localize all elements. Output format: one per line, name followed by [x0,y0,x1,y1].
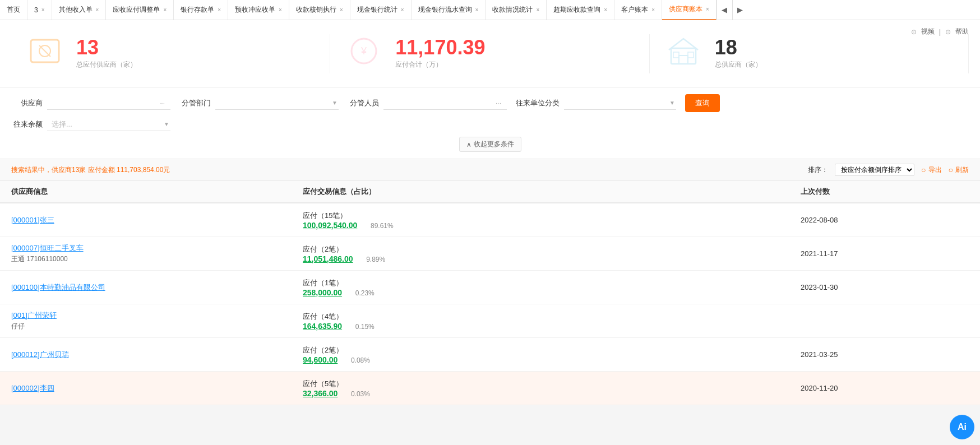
dept-filter-input[interactable] [215,96,327,109]
close-tab-overdue-query-icon[interactable]: × [604,7,607,13]
transaction-cell: 应付（2笔） 11,051,486.00 9.89% [303,244,801,263]
svg-rect-8 [688,52,694,58]
help-link[interactable]: 帮助 [955,27,969,36]
payable-percent: 0.08% [351,356,370,364]
person-ellipsis-icon[interactable]: ··· [496,99,501,107]
supplier-link[interactable]: [000007]恒旺二手叉车 [11,243,303,253]
nav-tab-other-income[interactable]: 其他收入单 × [52,0,107,20]
export-button[interactable]: ○ 导出 [921,165,941,175]
category-dropdown-icon[interactable]: ▼ [669,100,675,106]
nav-tab-advance-receive[interactable]: 预收冲应收单 × [228,0,289,20]
sort-label: 排序： [808,165,828,175]
nav-tab-cash-bank-stat-label: 现金银行统计 [357,5,397,15]
close-tab-customer-book-icon[interactable]: × [651,7,655,13]
dept-dropdown-icon[interactable]: ▼ [332,100,338,106]
collapse-label: 收起更多条件 [474,140,514,149]
close-tab-bank-deposit-icon[interactable]: × [218,7,221,13]
transaction-cell: 应付（15笔） 100,092,540.00 89.61% [303,211,801,230]
nav-tab-adjustment[interactable]: 应收应付调整单 × [106,0,174,20]
close-tab-other-income-icon[interactable]: × [96,7,99,13]
supplier-filter-label: 供应商 [11,98,43,108]
balance-filter-input[interactable] [47,118,159,131]
refresh-label: 刷新 [955,165,969,175]
payable-amount[interactable]: 258,000.00 [303,288,342,297]
close-tab-supplier-book-icon[interactable]: × [706,6,709,12]
payable-amount[interactable]: 164,635.90 [303,322,342,331]
payable-percent: 89.61% [371,222,394,230]
nav-tab-home-label: 首页 [7,5,20,15]
supplier-link[interactable]: [000002]李四 [11,383,303,393]
nav-tab-supplier-book[interactable]: 供应商账本 × [662,0,716,20]
total-supplier-count: 18 [715,38,762,58]
close-tab-adjustment-icon[interactable]: × [163,7,167,13]
circle-icon: ⊙ [911,28,917,36]
payable-amount[interactable]: 94,600.00 [303,355,338,364]
supplier-link[interactable]: [000001]张三 [11,215,303,225]
nav-arrow-right[interactable]: ▶ [732,0,748,20]
query-button[interactable]: 查询 [685,94,720,112]
card-amount-info: 11,170.39 应付合计（万） [395,38,485,69]
supplier-sub: 王通 17106110000 [11,254,303,264]
table-header: 供应商信息 应付交易信息（占比） 上次付数 [0,181,980,203]
close-tab-advance-receive-icon[interactable]: × [279,7,282,13]
filter-row-2: 往来余额 ▼ [11,118,969,131]
nav-tab-cash-bank-query[interactable]: 现金银行流水查询 × [412,0,486,20]
card-total-info: 18 总供应商（家） [715,38,762,69]
close-tab-3-icon[interactable]: × [41,7,45,13]
nav-tab-overdue-query[interactable]: 超期应收款查询 × [547,0,614,20]
person-filter-input[interactable] [383,96,496,109]
supplier-payable-icon [28,34,67,73]
collapse-button[interactable]: ∧ 收起更多条件 [459,137,521,152]
nav-tab-customer-book[interactable]: 客户账本 × [614,0,662,20]
close-tab-cash-bank-stat-icon[interactable]: × [401,7,404,13]
supplier-ellipsis-icon[interactable]: ··· [159,99,165,107]
payable-count: 应付（5笔） [303,379,801,389]
nav-tab-home[interactable]: 首页 [0,0,27,20]
payable-amount[interactable]: 32,366.00 [303,389,338,398]
payable-amount[interactable]: 11,051,486.00 [303,254,353,263]
filter-section: 供应商 ··· 分管部门 ▼ 分管人员 ··· 往来单位分类 [0,87,980,159]
last-pay-date: 2021-03-25 [801,350,969,359]
nav-tab-bank-deposit[interactable]: 银行存款单 × [174,0,228,20]
supplier-filter-input[interactable] [47,96,159,109]
supplier-link[interactable]: [001]广州荣轩 [11,310,303,321]
header-transaction: 应付交易信息（占比） [303,187,801,197]
nav-tab-receive-stat[interactable]: 收款情况统计 × [486,0,547,20]
supplier-link[interactable]: [000012]广州贝瑞 [11,350,303,360]
header-last-pay: 上次付数 [801,187,969,197]
category-filter-input[interactable] [564,96,665,109]
collapse-area: ∧ 收起更多条件 [11,137,969,152]
table-row: [000012]广州贝瑞 应付（2笔） 94,600.00 0.08% 2021… [0,338,980,372]
refresh-button[interactable]: ○ 刷新 [949,165,969,175]
nav-tab-3[interactable]: 3 × [27,0,52,20]
nav-tab-overdue-query-label: 超期应收款查询 [553,5,600,15]
export-icon: ○ [921,165,926,174]
store-icon [667,34,706,73]
close-tab-payment-verify-icon[interactable]: × [340,7,343,13]
last-pay-date: 2021-11-17 [801,249,969,258]
filter-item-person: 分管人员 ··· [348,96,507,110]
person-filter-label: 分管人员 [348,98,379,108]
supplier-payable-label: 总应付供应商（家） [76,60,137,69]
last-pay-date: 2020-11-20 [801,384,969,392]
payable-amount[interactable]: 100,092,540.00 [303,221,357,230]
transaction-cell: 应付（1笔） 258,000.00 0.23% [303,278,801,297]
balance-filter-label: 往来余额 [11,119,43,129]
nav-tab-cash-bank-stat[interactable]: 现金银行统计 × [350,0,412,20]
transaction-cell: 应付（5笔） 32,366.00 0.03% [303,379,801,398]
supplier-info-cell: [000012]广州贝瑞 [11,350,303,360]
balance-dropdown-icon[interactable]: ▼ [164,121,169,127]
filter-item-category: 往来单位分类 ▼ [516,96,676,110]
result-summary-text: 搜索结果中，供应商13家 应付金额 111,703,854.00元 [11,166,170,174]
nav-arrow-left[interactable]: ◀ [716,0,732,20]
nav-tab-payment-verify[interactable]: 收款核销执行 × [289,0,350,20]
table-row: [000002]李四 应付（5笔） 32,366.00 0.03% 2020-1… [0,372,980,405]
filter-item-dept: 分管部门 ▼ [179,96,339,110]
ai-badge[interactable]: Ai [950,415,974,439]
video-link[interactable]: 视频 [921,27,935,36]
supplier-link[interactable]: [000100]本特勤油品有限公司 [11,282,303,293]
close-tab-receive-stat-icon[interactable]: × [536,7,539,13]
payable-count: 应付（2笔） [303,345,801,355]
sort-select[interactable]: 按应付余额倒序排序 [835,164,914,176]
close-tab-cash-bank-query-icon[interactable]: × [475,7,479,13]
